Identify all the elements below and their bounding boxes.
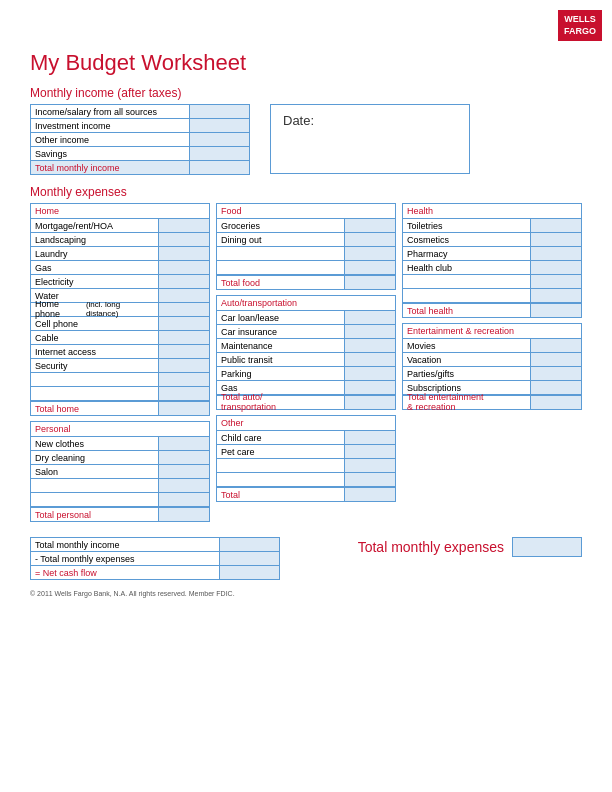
expense-row: Vacation [403,353,581,367]
other-header: Other [217,416,395,431]
auto-header: Auto/transportation [217,296,395,311]
expense-row: Cable [31,331,209,345]
home-total-row: Total home [31,401,209,415]
table-row: Investment income [31,119,250,133]
income-table: Income/salary from all sources Investmen… [30,104,250,175]
income-value[interactable] [190,105,250,119]
expense-row: Car insurance [217,325,395,339]
personal-total-row: Total personal [31,507,209,521]
expense-row: Dining out [217,233,395,247]
food-section: Food Groceries Dining out Total food [216,203,396,290]
table-row: - Total monthly expenses [31,552,280,566]
expense-row [217,247,395,261]
expense-row [31,493,209,507]
net-cashflow-label: = Net cash flow [31,566,220,580]
expenses-col-3: Health Toiletries Cosmetics Pharmacy Hea… [402,203,582,527]
expense-row [217,459,395,473]
food-header: Food [217,204,395,219]
expense-row: Pharmacy [403,247,581,261]
expense-row [217,473,395,487]
table-row: Total monthly income [31,161,250,175]
total-monthly-income-label: Total monthly income [31,161,190,175]
auto-total-row: Total auto/transportation [217,395,395,409]
total-monthly-expenses-area: Total monthly expenses [358,537,582,557]
table-row: Income/salary from all sources [31,105,250,119]
expense-row: Security [31,359,209,373]
food-total-row: Total food [217,275,395,289]
expense-row [403,289,581,303]
date-label: Date: [283,113,314,128]
summary-table: Total monthly income - Total monthly exp… [30,537,280,580]
expense-row [403,275,581,289]
expense-row: Gas [31,261,209,275]
expenses-col-2: Food Groceries Dining out Total food Aut… [216,203,396,527]
entertainment-section: Entertainment & recreation Movies Vacati… [402,323,582,410]
other-section: Other Child care Pet care Total [216,415,396,502]
expense-row: Cell phone [31,317,209,331]
total-monthly-income-value[interactable] [190,161,250,175]
expense-row: Cosmetics [403,233,581,247]
expense-row [31,373,209,387]
expense-row: Mortgage/rent/HOA [31,219,209,233]
expense-row: Maintenance [217,339,395,353]
health-header: Health [403,204,581,219]
expense-row: Pet care [217,445,395,459]
home-section: Home Mortgage/rent/HOA Landscaping Laund… [30,203,210,416]
personal-header: Personal [31,422,209,437]
income-label: Savings [31,147,190,161]
total-me-label: Total monthly expenses [358,539,504,555]
expense-row: Dry cleaning [31,451,209,465]
expense-row: Toiletries [403,219,581,233]
footer: © 2011 Wells Fargo Bank, N.A. All rights… [30,590,582,597]
expense-row: Parties/gifts [403,367,581,381]
summary-label: Total monthly income [31,538,220,552]
table-row: Total monthly income [31,538,280,552]
expenses-grid: Home Mortgage/rent/HOA Landscaping Laund… [30,203,582,527]
summary-value[interactable] [220,552,280,566]
expense-row [217,261,395,275]
expense-row: Child care [217,431,395,445]
income-value[interactable] [190,133,250,147]
expense-row: Internet access [31,345,209,359]
income-value[interactable] [190,119,250,133]
expense-row [31,387,209,401]
auto-section: Auto/transportation Car loan/lease Car i… [216,295,396,410]
summary-label: - Total monthly expenses [31,552,220,566]
page-title: My Budget Worksheet [30,50,582,76]
summary-section: Total monthly income - Total monthly exp… [30,537,582,580]
page: WELLS FARGO My Budget Worksheet Monthly … [0,0,612,792]
expense-row: New clothes [31,437,209,451]
home-phone-row: Home phone(incl. long distance) [31,303,209,317]
expense-row: Laundry [31,247,209,261]
income-label: Investment income [31,119,190,133]
table-row: = Net cash flow [31,566,280,580]
entertainment-total-row: Total entertainment& recreation [403,395,581,409]
table-row: Savings [31,147,250,161]
expense-row: Parking [217,367,395,381]
entertainment-header: Entertainment & recreation [403,324,581,339]
date-box[interactable]: Date: [270,104,470,174]
expense-row: Electricity [31,275,209,289]
expense-row: Salon [31,465,209,479]
income-label: Other income [31,133,190,147]
home-header: Home [31,204,209,219]
table-row: Other income [31,133,250,147]
income-section-title: Monthly income (after taxes) [30,86,582,100]
expenses-col-1: Home Mortgage/rent/HOA Landscaping Laund… [30,203,210,527]
expense-row: Car loan/lease [217,311,395,325]
expense-row: Movies [403,339,581,353]
summary-value[interactable] [220,538,280,552]
net-cashflow-value[interactable] [220,566,280,580]
health-section: Health Toiletries Cosmetics Pharmacy Hea… [402,203,582,318]
expense-row: Public transit [217,353,395,367]
expense-row [31,479,209,493]
total-me-value[interactable] [512,537,582,557]
expense-row: Health club [403,261,581,275]
expenses-section-title: Monthly expenses [30,185,582,199]
expense-row: Groceries [217,219,395,233]
personal-section: Personal New clothes Dry cleaning Salon … [30,421,210,522]
wells-fargo-logo: WELLS FARGO [558,10,602,41]
income-value[interactable] [190,147,250,161]
income-area: Income/salary from all sources Investmen… [30,104,582,175]
other-total-row: Total [217,487,395,501]
